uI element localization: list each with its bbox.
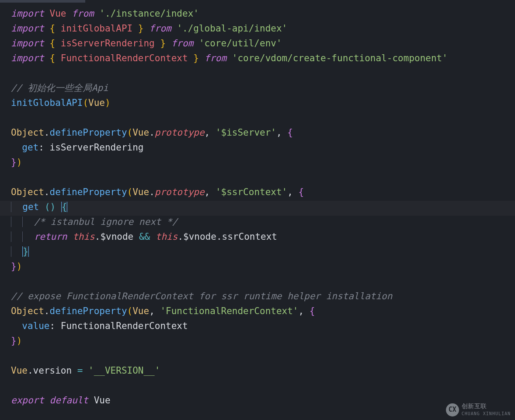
object-ref: Object (11, 127, 44, 138)
brace: } (11, 157, 17, 168)
brace: } (132, 23, 143, 34)
argument: Vue (132, 187, 149, 197)
string-literal: 'core/vdom/create-functional-component' (232, 53, 448, 63)
property: $vnode (100, 231, 133, 242)
method: defineProperty (50, 127, 127, 138)
dot: . (44, 127, 50, 138)
brace: } (155, 38, 166, 49)
brace: { (50, 53, 61, 63)
keyword-import: import (11, 23, 44, 34)
dot: . (44, 306, 50, 316)
paren: ( (127, 127, 133, 138)
brace: } (188, 53, 199, 63)
string-literal: '$isServer' (216, 127, 276, 138)
keyword-from: from (205, 53, 227, 63)
keyword-default: default (50, 395, 89, 406)
string-literal: 'FunctionalRenderContext' (160, 306, 298, 316)
keyword-import: import (11, 38, 44, 49)
argument: Vue (132, 127, 149, 138)
operator: = (72, 365, 88, 376)
paren: ) (17, 157, 22, 168)
dot: . (216, 231, 222, 242)
identifier: initGlobalAPI (61, 23, 132, 34)
string-literal: '__VERSION__' (88, 365, 160, 376)
dot: . (177, 231, 183, 242)
watermark-sub: CHUANG XINHULIAN (462, 411, 511, 416)
active-tab-indicator (0, 0, 85, 3)
paren: () (39, 202, 61, 212)
paren: ) (17, 336, 22, 346)
comma: , (276, 127, 287, 138)
dot: . (149, 127, 155, 138)
keyword-export: export (11, 395, 44, 406)
brace: } (22, 246, 29, 257)
keyword-import: import (11, 8, 44, 19)
space (67, 231, 73, 242)
comment: // 初始化一些全局Api (11, 83, 108, 93)
comment: /* istanbul ignore next */ (34, 217, 178, 227)
string-literal: './global-api/index' (177, 23, 287, 34)
identifier: Vue (50, 8, 66, 19)
dot: . (95, 231, 101, 242)
comma: , (205, 127, 216, 138)
function-call: initGlobalAPI (11, 98, 83, 108)
string-literal: 'core/util/env' (199, 38, 282, 49)
property: prototype (155, 127, 205, 138)
method: defineProperty (50, 187, 127, 197)
property: $vnode (183, 231, 216, 242)
paren: ( (83, 98, 88, 108)
paren: ) (17, 261, 22, 272)
brace: } (11, 336, 17, 346)
object-ref: Object (11, 187, 44, 197)
property: prototype (155, 187, 205, 197)
colon: : (50, 321, 61, 331)
fold-guide (22, 217, 28, 227)
brace: { (61, 202, 68, 212)
comma: , (149, 306, 160, 316)
object-ref: Vue (11, 365, 28, 376)
fold-guide (11, 246, 17, 257)
object-key: value (22, 321, 49, 331)
value: isServerRendering (50, 142, 144, 153)
dot: . (149, 187, 155, 197)
fold-guide (22, 231, 28, 242)
dot: . (28, 365, 33, 376)
argument: Vue (132, 306, 149, 316)
keyword-from: from (171, 38, 194, 49)
fold-guide (11, 202, 17, 212)
object-ref: Object (11, 306, 44, 316)
keyword-this: this (73, 231, 95, 242)
string-literal: '$ssrContext' (216, 187, 287, 197)
brace: { (287, 127, 293, 138)
keyword-import: import (11, 53, 44, 63)
identifier: Vue (94, 395, 111, 406)
string-literal: './instance/index' (99, 8, 199, 19)
fold-guide (11, 231, 17, 242)
identifier: FunctionalRenderContext (61, 53, 188, 63)
object-key: get (22, 142, 38, 153)
value: FunctionalRenderContext (61, 321, 188, 331)
property: ssrContext (222, 231, 277, 242)
getter-key: get (22, 202, 39, 212)
paren: ( (127, 187, 133, 197)
paren: ( (127, 306, 133, 316)
keyword-from: from (72, 8, 94, 19)
code-editor-content[interactable]: import Vue from './instance/index' impor… (11, 6, 504, 408)
comment: // expose FunctionalRenderContext for ss… (11, 291, 392, 301)
method: defineProperty (50, 306, 127, 316)
comma: , (205, 187, 216, 197)
operator: && (133, 231, 156, 242)
brace: { (50, 23, 61, 34)
comma: , (287, 187, 298, 197)
brace: { (310, 306, 315, 316)
keyword-from: from (149, 23, 171, 34)
fold-guide (11, 217, 17, 227)
brace: { (50, 38, 61, 49)
identifier: isServerRendering (61, 38, 155, 49)
keyword-return: return (34, 231, 67, 242)
argument: Vue (88, 98, 105, 108)
brace: { (299, 187, 304, 197)
dot: . (44, 187, 50, 197)
brace: } (11, 261, 17, 272)
keyword-this: this (156, 231, 178, 242)
